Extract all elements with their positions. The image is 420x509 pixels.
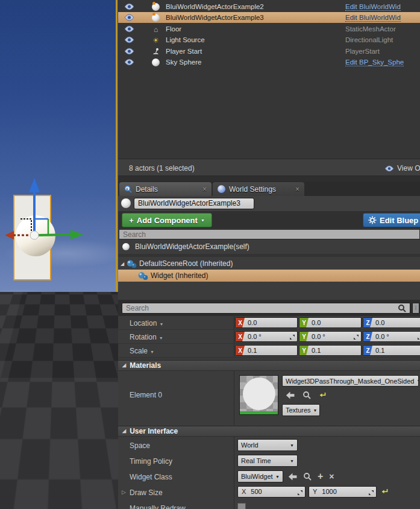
- spin-arrows-icon[interactable]: [353, 334, 359, 340]
- scale-y-field[interactable]: Y0.1: [299, 345, 362, 356]
- close-icon[interactable]: ×: [295, 185, 299, 194]
- rotation-y-field[interactable]: Y0.0 °: [299, 331, 362, 342]
- materials-section-header[interactable]: ◢ Materials: [118, 360, 420, 371]
- gizmo-y-arrowhead[interactable]: [71, 230, 83, 239]
- properties-search-row: ⁞: [118, 300, 420, 316]
- scale-label[interactable]: Scale▼: [130, 347, 154, 355]
- material-thumbnail[interactable]: [239, 375, 278, 415]
- level-name-link[interactable]: Untitled (Persistent): [36, 499, 102, 508]
- components-search-input[interactable]: [119, 229, 420, 239]
- outliner-row-example3-selected[interactable]: BluiWorldWidgetActorExample3 Edit BluiWo…: [118, 12, 420, 23]
- transform-gizmo[interactable]: [0, 0, 118, 509]
- visibility-eye-icon[interactable]: [124, 3, 134, 10]
- visibility-eye-icon[interactable]: [124, 14, 134, 21]
- draw-size-x-field[interactable]: X 500: [237, 486, 306, 498]
- visibility-eye-icon[interactable]: [124, 36, 134, 43]
- outliner-row-sky-sphere[interactable]: Sky Sphere Edit BP_Sky_Sphe: [118, 57, 420, 68]
- clear-cross-icon[interactable]: ×: [329, 472, 334, 481]
- right-dock-panel: BluiWorldWidgetActorExample2 Edit BluiWo…: [118, 0, 420, 509]
- gizmo-center-ball[interactable]: [30, 231, 39, 239]
- location-x-field[interactable]: X0.0: [235, 317, 298, 328]
- manually-redraw-label: Manually Redraw: [130, 504, 186, 509]
- scale-x-field[interactable]: X0.1: [235, 345, 298, 356]
- reset-to-default-icon[interactable]: [319, 391, 326, 399]
- use-selected-arrow-icon[interactable]: [288, 473, 297, 481]
- edit-blueprint-link[interactable]: Edit BluiWorldWid: [345, 3, 401, 11]
- add-plus-icon[interactable]: +: [318, 472, 323, 481]
- outliner-row-player-start[interactable]: Player Start PlayerStart: [118, 46, 420, 57]
- outliner-row-floor[interactable]: ⌂ Floor StaticMeshActor: [118, 24, 420, 34]
- add-component-button[interactable]: + Add Component ▼: [122, 213, 212, 227]
- actor-type: StaticMeshActor: [345, 25, 396, 33]
- x-axis-chip: X: [236, 318, 245, 327]
- scale-z-field[interactable]: Z0.1: [363, 345, 420, 356]
- browse-magnifier-icon[interactable]: [303, 472, 312, 481]
- actor-name-field[interactable]: BluiWorldWidgetActorExample3: [134, 198, 254, 209]
- tab-details[interactable]: i Details ×: [119, 182, 212, 196]
- space-label: Space: [130, 441, 150, 450]
- actor-name[interactable]: Floor: [166, 25, 181, 33]
- gizmo-x-arrowhead[interactable]: [5, 231, 14, 239]
- location-y-field[interactable]: Y0.0: [299, 317, 362, 328]
- component-row-defaultsceneroot[interactable]: ◢ DefaultSceneRoot (Inherited): [118, 258, 420, 270]
- gizmo-z-arrowhead[interactable]: [29, 178, 40, 192]
- tab-world-settings[interactable]: World Settings ×: [213, 182, 304, 196]
- search-icon: [398, 304, 406, 312]
- visibility-eye-icon[interactable]: [124, 25, 134, 33]
- edit-blueprint-button[interactable]: Edit Bluep: [363, 213, 420, 227]
- textures-dropdown-button[interactable]: Textures▼: [282, 404, 320, 416]
- manually-redraw-checkbox[interactable]: [237, 503, 246, 509]
- properties-search-input[interactable]: [122, 303, 410, 314]
- widget-class-label: Widget Class: [130, 473, 172, 481]
- directional-light-icon: ☀: [151, 36, 160, 45]
- actor-name[interactable]: Sky Sphere: [166, 58, 201, 66]
- user-interface-section-header[interactable]: ◢ User Interface: [118, 426, 420, 437]
- rotation-x-field[interactable]: X0.0 °: [235, 331, 298, 342]
- reset-to-default-icon[interactable]: [381, 488, 388, 495]
- timing-policy-dropdown[interactable]: Real Time▼: [237, 455, 298, 467]
- chevron-down-icon: ▼: [313, 408, 318, 413]
- chevron-down-icon: ▼: [290, 443, 294, 447]
- actor-name[interactable]: BluiWorldWidgetActorExample3: [166, 14, 264, 21]
- outliner-row-light-source[interactable]: ☀ Light Source DirectionalLight: [118, 34, 420, 45]
- actor-name[interactable]: Light Source: [166, 36, 205, 43]
- draw-size-y-field[interactable]: Y 1000: [309, 486, 377, 498]
- 3d-viewport[interactable]: Level: Untitled (Persistent): [0, 0, 118, 509]
- gizmo-plane-handle-dashed[interactable]: [20, 219, 31, 234]
- outliner-footer: 8 actors (1 selected) View O: [118, 159, 420, 176]
- expand-arrow-icon[interactable]: ◢: [121, 262, 124, 267]
- expand-arrow-icon: ◢: [122, 429, 126, 434]
- location-label[interactable]: Location▼: [130, 319, 163, 327]
- viewport-active-border: [116, 0, 118, 509]
- rotation-z-field[interactable]: Z0.0 °: [363, 331, 420, 342]
- outliner-row-example2[interactable]: BluiWorldWidgetActorExample2 Edit BluiWo…: [118, 1, 420, 12]
- component-row-widget-selected[interactable]: Widget (Inherited): [118, 270, 420, 282]
- actor-name[interactable]: BluiWorldWidgetActorExample2: [166, 3, 264, 10]
- location-z-field[interactable]: Z0.0: [363, 317, 420, 328]
- widget-class-dropdown[interactable]: BluiWidget▼: [237, 470, 283, 482]
- close-icon[interactable]: ×: [202, 185, 207, 194]
- spin-arrows-icon[interactable]: [417, 334, 420, 340]
- x-label: X: [238, 487, 246, 497]
- collapsed-arrow-icon[interactable]: ▷: [122, 490, 126, 495]
- spin-arrows-icon[interactable]: [289, 334, 295, 340]
- edit-blueprint-link[interactable]: Edit BluiWorldWid: [345, 14, 401, 22]
- visibility-eye-icon[interactable]: [124, 58, 134, 66]
- space-dropdown[interactable]: World▼: [237, 439, 298, 451]
- browse-magnifier-icon[interactable]: [302, 391, 311, 399]
- spin-arrows-icon[interactable]: [368, 490, 374, 496]
- gizmo-y-axis[interactable]: [37, 235, 72, 235]
- visibility-eye-icon[interactable]: [124, 48, 134, 55]
- y-axis-chip: Y: [299, 332, 309, 341]
- rotation-label[interactable]: Rotation▼: [130, 333, 163, 341]
- view-options-button[interactable]: View O: [384, 164, 420, 172]
- use-selected-arrow-icon[interactable]: [286, 391, 295, 399]
- actor-name[interactable]: Player Start: [166, 48, 202, 55]
- edit-blueprint-link[interactable]: Edit BP_Sky_Sphe: [345, 58, 404, 66]
- draw-size-y-value: 1000: [317, 487, 376, 497]
- material-dropdown[interactable]: Widget3DPassThrough_Masked_OneSided▼: [282, 375, 419, 387]
- spin-arrows-icon[interactable]: [297, 490, 303, 496]
- component-row-self[interactable]: BluiWorldWidgetActorExample(self): [118, 241, 420, 253]
- search-options-button[interactable]: ⁞: [412, 303, 419, 314]
- chevron-down-icon: ▼: [416, 379, 419, 383]
